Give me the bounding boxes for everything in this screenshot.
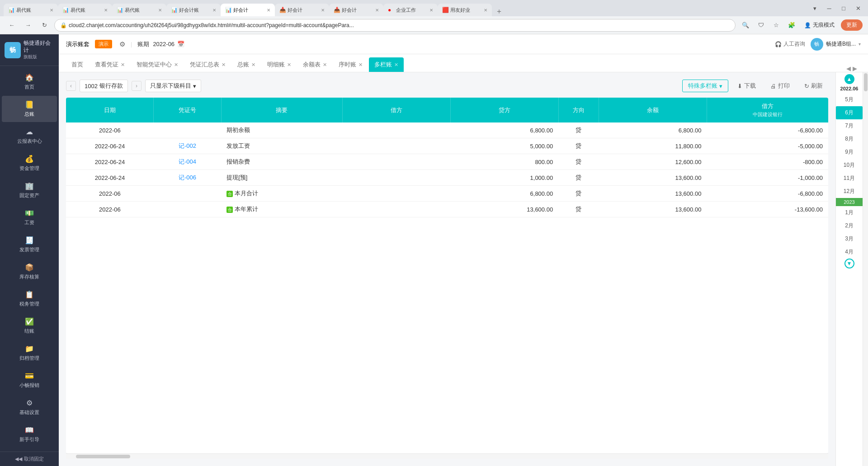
horizontal-scrollbar[interactable] [66, 453, 828, 459]
tab-close-voucher-summary[interactable]: ✕ [222, 62, 226, 68]
sidebar-item-member[interactable]: 👤 畅会员 [2, 448, 57, 452]
browser-tab-1[interactable]: 📊 易代账 ✕ [4, 4, 58, 16]
sidebar-item-report[interactable]: ☁ 云报表中心 [2, 123, 57, 149]
sidebar-item-settings[interactable]: ⚙ 基础设置 [2, 394, 57, 420]
account-prev-button[interactable]: ‹ [66, 81, 76, 91]
h-scroll-thumb[interactable] [76, 455, 130, 458]
sidebar-item-fixed[interactable]: 🏢 固定资产 [2, 177, 57, 203]
voucher-link-2[interactable]: 记-004 [179, 158, 196, 165]
cell-voucher-row-2[interactable]: 记-004 [154, 154, 221, 170]
tab-close-8[interactable]: ✕ [429, 8, 433, 13]
browser-tab-3[interactable]: 📊 易代账 ✕ [112, 4, 166, 16]
profile-button[interactable]: 👤 无痕模式 [801, 19, 838, 31]
tab-voucher-summary[interactable]: 凭证汇总表 ✕ [184, 57, 231, 72]
tab-list-button[interactable]: ▾ [809, 3, 820, 14]
tab-smart-voucher[interactable]: 智能凭证中心 ✕ [131, 57, 184, 72]
vertical-scrollbar[interactable] [863, 72, 868, 466]
browser-tab-7[interactable]: 📥 好会计 ✕ [329, 4, 383, 16]
sidebar-item-guide[interactable]: 📖 新手引导 [2, 421, 57, 447]
browser-tab-4[interactable]: 📊 好会计账 ✕ [166, 4, 221, 16]
tab-voucher-view[interactable]: 查看凭证 ✕ [90, 57, 130, 72]
month-item-2023-4[interactable]: 4月 [836, 245, 863, 259]
cell-voucher-row-3[interactable]: 记-006 [154, 170, 221, 186]
minimize-button[interactable]: ─ [824, 3, 835, 14]
tab-close-9[interactable]: ✕ [484, 8, 487, 13]
star-button[interactable]: ☆ [770, 19, 783, 32]
tab-multi-col[interactable]: 多栏账 ✕ [369, 57, 404, 72]
cell-voucher-row-1[interactable]: 记-002 [154, 138, 221, 154]
tab-close-smart-voucher[interactable]: ✕ [174, 62, 178, 68]
browser-tab-5[interactable]: 📊 好会计 ✕ [221, 4, 275, 16]
tab-close-detail-ledger[interactable]: ✕ [287, 62, 291, 68]
month-item-7[interactable]: 7月 [836, 119, 863, 132]
tab-close-5[interactable]: ✕ [267, 8, 270, 13]
sidebar-item-salary[interactable]: 💵 工资 [2, 204, 57, 231]
tab-close-6[interactable]: ✕ [321, 8, 325, 13]
month-item-2023-2[interactable]: 2月 [836, 219, 863, 232]
tab-sequence[interactable]: 序时账 ✕ [333, 57, 368, 72]
tab-close-2[interactable]: ✕ [104, 8, 108, 13]
forward-button[interactable]: → [22, 19, 34, 32]
voucher-link-3[interactable]: 记-006 [179, 174, 196, 181]
tab-close-3[interactable]: ✕ [158, 8, 162, 13]
sidebar-item-tax[interactable]: 📋 税务管理 [2, 286, 57, 312]
voucher-link-1[interactable]: 记-002 [179, 142, 196, 149]
refresh-button[interactable]: ↻ 刷新 [799, 80, 828, 92]
sidebar-item-home[interactable]: 🏠 首页 [2, 69, 57, 95]
month-item-6[interactable]: 6月 [836, 106, 863, 119]
tab-home[interactable]: 首页 [66, 57, 89, 72]
sidebar-pin-toggle[interactable]: ◀◀ 取消固定 [0, 452, 59, 466]
print-button[interactable]: 🖨 打印 [765, 80, 795, 92]
tab-close-1[interactable]: ✕ [50, 8, 53, 13]
tab-close-general-ledger[interactable]: ✕ [251, 62, 255, 68]
browser-tab-9[interactable]: 🟥 用友好业 ✕ [438, 4, 492, 16]
month-item-10[interactable]: 10月 [836, 159, 863, 172]
month-item-8[interactable]: 8月 [836, 132, 863, 146]
new-tab-button[interactable]: ＋ [492, 7, 506, 16]
sidebar-item-closing[interactable]: ✅ 结账 [2, 313, 57, 339]
month-nav-down[interactable]: ▼ [844, 259, 854, 268]
tab-close-multi-col[interactable]: ✕ [394, 62, 398, 68]
maximize-button[interactable]: □ [838, 3, 849, 14]
collapse-panel-button[interactable]: ◀ ▶ [843, 65, 861, 72]
user-area[interactable]: 畅 畅捷通B组... ▾ [811, 38, 861, 51]
sidebar-item-ledger[interactable]: 📒 总账 [2, 96, 57, 122]
sidebar-item-expense[interactable]: 💳 小畅报销 [2, 367, 57, 393]
month-item-2023-3[interactable]: 3月 [836, 232, 863, 245]
tab-general-ledger[interactable]: 总账 ✕ [232, 57, 261, 72]
multi-col-special-button[interactable]: 特殊多栏账 ▾ [682, 80, 728, 92]
filter-selector[interactable]: 只显示下级科目 ▾ [145, 80, 201, 92]
sidebar-item-archive[interactable]: 📁 归档管理 [2, 340, 57, 366]
browser-tab-8[interactable]: ● 企业工作 ✕ [383, 4, 438, 16]
month-item-2023-1[interactable]: 1月 [836, 206, 863, 219]
address-input[interactable]: 🔒 cloud2.chanjet.com/accounting/uh26t264… [54, 19, 736, 32]
month-item-11[interactable]: 11月 [836, 172, 863, 185]
browser-tab-2[interactable]: 📊 易代账 ✕ [58, 4, 112, 16]
month-item-9[interactable]: 9月 [836, 146, 863, 159]
account-selector[interactable]: 1002 银行存款 [80, 80, 128, 92]
close-window-button[interactable]: ✕ [853, 3, 863, 14]
sidebar-item-fund[interactable]: 💰 资金管理 [2, 150, 57, 176]
search-button[interactable]: 🔍 [739, 19, 752, 32]
scroll-thumb[interactable] [864, 73, 868, 91]
consult-button[interactable]: 🎧 人工咨询 [775, 40, 805, 48]
month-nav-up[interactable]: ▲ [844, 74, 854, 84]
settings-gear-icon[interactable]: ⚙ [119, 40, 125, 48]
tab-close-voucher-view[interactable]: ✕ [121, 62, 125, 68]
extensions-button[interactable]: 🧩 [785, 19, 798, 32]
back-button[interactable]: ← [5, 19, 18, 32]
tab-close-balance[interactable]: ✕ [323, 62, 327, 68]
tab-balance[interactable]: 余额表 ✕ [297, 57, 332, 72]
month-item-12[interactable]: 12月 [836, 185, 863, 198]
refresh-button[interactable]: ↻ [38, 19, 51, 32]
month-item-5[interactable]: 5月 [836, 93, 863, 106]
update-button[interactable]: 更新 [841, 19, 863, 31]
tab-close-4[interactable]: ✕ [212, 8, 216, 13]
tab-close-sequence[interactable]: ✕ [359, 62, 363, 68]
sidebar-item-invoice[interactable]: 🧾 发票管理 [2, 231, 57, 258]
sidebar-item-inventory[interactable]: 📦 库存核算 [2, 259, 57, 285]
tab-detail-ledger[interactable]: 明细账 ✕ [262, 57, 297, 72]
account-next-button[interactable]: › [132, 81, 142, 91]
calendar-icon[interactable]: 📅 [177, 41, 184, 47]
tab-close-7[interactable]: ✕ [375, 8, 379, 13]
